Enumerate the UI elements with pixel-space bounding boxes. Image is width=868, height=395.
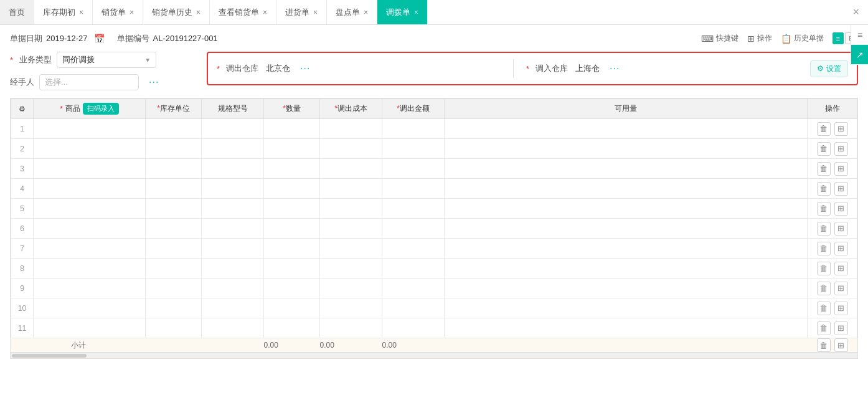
row-5-spec[interactable]	[202, 199, 264, 219]
row-1-product[interactable]	[34, 119, 146, 139]
person-dots[interactable]: ···	[149, 77, 159, 88]
row-10-unit[interactable]	[146, 298, 202, 318]
row-8-product[interactable]	[34, 259, 146, 278]
shortcuts-button[interactable]: ⌨ 快捷键	[701, 33, 738, 44]
row-10-spec[interactable]	[202, 298, 264, 318]
row-8-transfer-cost[interactable]	[320, 259, 382, 278]
row-8-delete-icon[interactable]: 🗑	[817, 262, 831, 275]
row-2-quantity[interactable]	[264, 139, 320, 159]
row-10-transfer-cost[interactable]	[320, 298, 382, 318]
row-2-available[interactable]	[445, 139, 808, 159]
row-9-product[interactable]	[34, 278, 146, 298]
tab-view-sales-close[interactable]: ×	[263, 9, 267, 16]
row-11-spec[interactable]	[202, 318, 264, 338]
row-9-unit[interactable]	[146, 278, 202, 298]
side-export-button[interactable]: ↗	[851, 45, 868, 65]
row-6-product[interactable]	[34, 219, 146, 239]
row-4-transfer-cost[interactable]	[320, 179, 382, 199]
row-3-spec[interactable]	[202, 159, 264, 179]
layout-list-button[interactable]: ≡	[833, 32, 844, 44]
row-2-unit[interactable]	[146, 139, 202, 159]
row-11-quantity[interactable]	[264, 318, 320, 338]
tab-sales-history-close[interactable]: ×	[196, 9, 200, 16]
tab-inventory-init-close[interactable]: ×	[79, 9, 83, 16]
row-9-spec[interactable]	[202, 278, 264, 298]
row-2-product[interactable]	[34, 139, 146, 159]
history-button[interactable]: 📋 历史单据	[781, 33, 824, 44]
tab-home[interactable]: 首页	[0, 0, 34, 24]
row-6-transfer-cost[interactable]	[320, 219, 382, 239]
row-6-transfer-amount[interactable]	[382, 219, 445, 239]
row-2-spec[interactable]	[202, 139, 264, 159]
row-4-spec[interactable]	[202, 179, 264, 199]
row-9-delete-icon[interactable]: 🗑	[817, 282, 831, 295]
row-2-transfer-cost[interactable]	[320, 139, 382, 159]
row-11-product[interactable]	[34, 318, 146, 338]
business-type-select[interactable]: 同价调拨 ▼	[57, 52, 156, 68]
row-7-copy-icon[interactable]: ⊞	[834, 242, 848, 255]
person-select[interactable]: 选择...	[39, 74, 139, 90]
row-2-delete-icon[interactable]: 🗑	[817, 142, 831, 156]
row-11-delete-icon[interactable]: 🗑	[817, 321, 831, 335]
tab-sales-order-close[interactable]: ×	[130, 9, 134, 16]
row-6-copy-icon[interactable]: ⊞	[834, 222, 848, 236]
row-1-delete-icon[interactable]: 🗑	[817, 122, 831, 136]
tab-sales-history[interactable]: 销货单历史 ×	[143, 0, 210, 24]
row-6-delete-icon[interactable]: 🗑	[817, 222, 831, 236]
horizontal-scrollbar[interactable]	[11, 352, 857, 358]
row-6-unit[interactable]	[146, 219, 202, 239]
row-4-quantity[interactable]	[264, 179, 320, 199]
row-4-transfer-amount[interactable]	[382, 179, 445, 199]
calendar-icon[interactable]: 📅	[94, 34, 105, 44]
row-11-available[interactable]	[445, 318, 808, 338]
row-4-product[interactable]	[34, 179, 146, 199]
row-11-transfer-amount[interactable]	[382, 318, 445, 338]
row-10-delete-icon[interactable]: 🗑	[817, 302, 831, 315]
row-3-product[interactable]	[34, 159, 146, 179]
row-5-copy-icon[interactable]: ⊞	[834, 202, 848, 216]
row-1-unit[interactable]	[146, 119, 202, 139]
row-7-spec[interactable]	[202, 239, 264, 259]
row-7-transfer-amount[interactable]	[382, 239, 445, 259]
transfer-out-dots[interactable]: ···	[300, 63, 310, 74]
row-2-copy-icon[interactable]: ⊞	[834, 142, 848, 156]
row-8-spec[interactable]	[202, 259, 264, 278]
row-10-transfer-amount[interactable]	[382, 298, 445, 318]
row-3-transfer-amount[interactable]	[382, 159, 445, 179]
row-7-product[interactable]	[34, 239, 146, 259]
row-7-available[interactable]	[445, 239, 808, 259]
row-1-available[interactable]	[445, 119, 808, 139]
tab-transfer-order-close[interactable]: ×	[414, 9, 418, 16]
subtotal-delete-icon[interactable]: 🗑	[817, 338, 831, 352]
row-4-available[interactable]	[445, 179, 808, 199]
row-10-product[interactable]	[34, 298, 146, 318]
tab-sales-order[interactable]: 销货单 ×	[93, 0, 143, 24]
row-9-copy-icon[interactable]: ⊞	[834, 282, 848, 295]
row-8-unit[interactable]	[146, 259, 202, 278]
row-9-available[interactable]	[445, 278, 808, 298]
row-10-quantity[interactable]	[264, 298, 320, 318]
row-11-unit[interactable]	[146, 318, 202, 338]
row-1-transfer-amount[interactable]	[382, 119, 445, 139]
row-5-available[interactable]	[445, 199, 808, 219]
row-2-transfer-amount[interactable]	[382, 139, 445, 159]
row-3-copy-icon[interactable]: ⊞	[834, 162, 848, 176]
row-8-transfer-amount[interactable]	[382, 259, 445, 278]
operations-button[interactable]: ⊞ 操作	[747, 33, 772, 44]
row-11-copy-icon[interactable]: ⊞	[834, 321, 848, 335]
row-4-unit[interactable]	[146, 179, 202, 199]
window-close-button[interactable]: ×	[844, 0, 868, 24]
row-3-unit[interactable]	[146, 159, 202, 179]
tab-view-sales[interactable]: 查看销货单 ×	[210, 0, 276, 24]
row-3-delete-icon[interactable]: 🗑	[817, 162, 831, 176]
row-1-copy-icon[interactable]: ⊞	[834, 122, 848, 136]
row-8-copy-icon[interactable]: ⊞	[834, 262, 848, 275]
row-9-transfer-cost[interactable]	[320, 278, 382, 298]
row-10-available[interactable]	[445, 298, 808, 318]
tab-purchase-order[interactable]: 进货单 ×	[276, 0, 327, 24]
row-1-transfer-cost[interactable]	[320, 119, 382, 139]
row-8-available[interactable]	[445, 259, 808, 278]
row-5-quantity[interactable]	[264, 199, 320, 219]
row-5-transfer-cost[interactable]	[320, 199, 382, 219]
row-6-quantity[interactable]	[264, 219, 320, 239]
